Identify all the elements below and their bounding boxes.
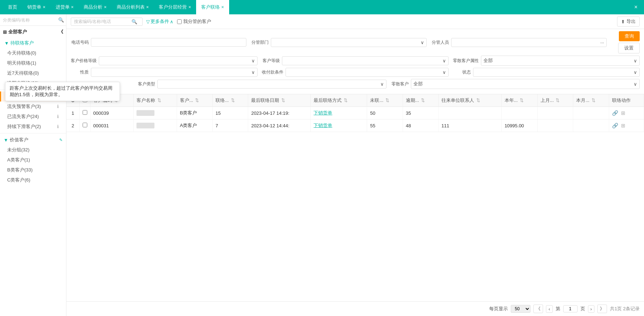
filter-settings-button[interactable]: 设置 (618, 43, 640, 53)
dept-label: 分管部门 (251, 39, 269, 46)
sort-this-year-icon[interactable]: ⇅ (520, 98, 524, 103)
row2-contact-person: 111 (439, 119, 502, 132)
row1-settings: 1 (66, 107, 79, 119)
row2-checkbox[interactable] (79, 119, 90, 132)
nav-item-sales[interactable]: 销货单 × (22, 0, 51, 14)
export-button[interactable]: ⬆ 导出 (617, 16, 640, 27)
total-records-label: 共1页 2条记录 (610, 306, 640, 312)
sidebar-search-input[interactable] (3, 18, 57, 23)
page-input[interactable] (563, 305, 578, 312)
row2-last-method[interactable]: 下销货单 (311, 119, 367, 132)
sidebar-item-7days-pending[interactable]: 近7天待联络(0) (0, 68, 66, 78)
table-header-contact-count: 联络... ⇅ (213, 94, 248, 107)
row2-contact-count: 7 (213, 119, 248, 132)
row2-type: A类客户 (177, 119, 212, 132)
chevron-up-icon: ∧ (170, 19, 173, 24)
sort-last-date-icon[interactable]: ⇅ (281, 98, 285, 103)
customer-level-select[interactable]: ∨ (282, 56, 449, 65)
row1-select-checkbox[interactable] (83, 110, 87, 115)
table-row: 1 000039 B类客户 15 2023-04-17 14:19: (66, 107, 644, 119)
status-select[interactable]: ∨ (473, 68, 640, 77)
sort-last-month-icon[interactable]: ⇅ (556, 98, 560, 103)
row1-last-method[interactable]: 下销货单 (311, 107, 367, 119)
row2-action: 🔗 ⊞ (609, 119, 644, 132)
sort-contact-count-icon[interactable]: ⇅ (231, 98, 235, 103)
main-search-input[interactable] (74, 19, 131, 24)
nav-item-home[interactable]: 首页 (3, 0, 22, 14)
customer-type-select[interactable]: ∨ (157, 80, 386, 89)
last-page-button[interactable]: 》 (597, 305, 607, 313)
sidebar-collapse-icon[interactable]: 《 (59, 29, 63, 35)
sort-contact-person-icon[interactable]: ⇅ (476, 98, 480, 103)
sort-type-icon[interactable]: ⇅ (195, 98, 199, 103)
my-customers-checkbox[interactable] (177, 19, 182, 24)
sort-last-method-icon[interactable]: ⇅ (344, 98, 348, 103)
nav-item-customer-contact[interactable]: 客户联络 × (196, 0, 229, 14)
nav-item-customer-tier[interactable]: 客户分层经营 × (154, 0, 196, 14)
filter-actions: 查询 设置 (611, 31, 640, 53)
nature-select[interactable]: ∨ (91, 68, 258, 77)
field-status: 状态 ∨ (453, 68, 640, 77)
phone-input[interactable] (91, 38, 246, 47)
window-close-button[interactable]: × (631, 4, 641, 10)
row2-last-month (538, 119, 573, 132)
row2-grid-icon[interactable]: ⊞ (621, 123, 625, 128)
row1-overdue: 35 (403, 107, 438, 119)
row2-link-icon[interactable]: 🔗 (612, 123, 618, 128)
sidebar-group-value-customers[interactable]: ▼ 价值客户 ✎ (0, 135, 66, 145)
sidebar-group-pending-contact[interactable]: ▼ 待联络客户 (0, 38, 66, 48)
edit-value-group-icon[interactable]: ✎ (59, 138, 62, 142)
sidebar-search-icon[interactable]: 🔍 (58, 17, 64, 23)
all-customers-header[interactable]: ⊞ 全部客户 《 (0, 26, 66, 38)
row1-link-icon[interactable]: 🔗 (612, 110, 618, 116)
prev-page-button[interactable]: ‹ (546, 305, 552, 313)
payment-select[interactable]: ∨ (286, 68, 449, 77)
next-page-button[interactable]: › (588, 305, 594, 313)
filter-row-4: … 客户类型 ∨ 零散客户 全部 (71, 79, 640, 89)
sidebar-item-churned[interactable]: 已流失客户(24) ℹ (0, 112, 66, 122)
retail-customer-select[interactable]: 全部 ∨ (411, 79, 640, 89)
price-level-select[interactable]: ∨ (99, 56, 258, 65)
field-dept: 分管部门 ∨ (251, 38, 426, 47)
nav-item-purchase[interactable]: 进货单 × (51, 0, 79, 14)
chevron-retail-cust-icon: ∨ (634, 81, 637, 87)
sidebar-item-today-pending[interactable]: 今天待联络(0) (0, 48, 66, 58)
sidebar-item-declining[interactable]: 持续下滑客户(2) ℹ (0, 122, 66, 132)
row1-last-date: 2023-04-17 14:19: (248, 107, 311, 119)
sidebar-item-class-a[interactable]: A类客户(1) (0, 155, 66, 165)
phone-label: 电话号码 (71, 39, 89, 46)
nav-item-product-list[interactable]: 商品分析列表 × (112, 0, 154, 14)
table-header-last-method: 最后联络方式 ⇅ (311, 94, 367, 107)
sidebar-item-churn-warning[interactable]: 流失预警客户(3) ℹ (0, 102, 66, 112)
sort-uncontacted-icon[interactable]: ⇅ (385, 98, 389, 103)
first-page-button[interactable]: 《 (533, 305, 543, 313)
price-level-label: 客户价格等级 (71, 58, 97, 64)
retail-attr-select[interactable]: 全部 ∨ (481, 56, 640, 66)
sidebar-item-unclassified[interactable]: 未分组(32) (0, 145, 66, 155)
main-search-icon[interactable]: 🔍 (131, 19, 137, 24)
row1-code: 000039 (90, 107, 134, 119)
page-size-select[interactable]: 50 20 100 (511, 305, 531, 313)
sort-name-icon[interactable]: ⇅ (157, 98, 161, 103)
table-header-this-month: 本月... ⇅ (573, 94, 609, 107)
row1-contact-person (439, 107, 502, 119)
chevron-retail-icon: ∨ (634, 58, 637, 63)
nav-item-product-analysis[interactable]: 商品分析 × (79, 0, 112, 14)
row1-grid-icon[interactable]: ⊞ (621, 110, 625, 116)
dept-select[interactable]: ∨ (271, 38, 426, 47)
chevron-nature-icon: ∨ (251, 70, 255, 75)
query-button[interactable]: 查询 (619, 31, 640, 41)
sidebar-item-class-b[interactable]: B类客户(33) (0, 165, 66, 175)
sidebar-item-tomorrow-pending[interactable]: 明天待联络(1) (0, 58, 66, 68)
sidebar-item-class-c[interactable]: C类客户(6) (0, 175, 66, 185)
table-area: ⚙ 客户编码 ⇅ 客户名称 ⇅ (66, 94, 644, 301)
row2-select-checkbox[interactable] (83, 123, 87, 127)
manager-select[interactable]: ··· (451, 38, 607, 47)
row1-checkbox[interactable] (79, 107, 90, 119)
sort-overdue-icon[interactable]: ⇅ (421, 98, 425, 103)
sort-this-month-icon[interactable]: ⇅ (592, 98, 596, 103)
chevron-level-icon: ∨ (443, 58, 446, 63)
field-customer-level: 客户等级 ∨ (262, 56, 449, 65)
more-conditions-button[interactable]: ▽ 更多条件 ∧ (146, 18, 173, 25)
table-scroll-wrapper: ⚙ 客户编码 ⇅ 客户名称 ⇅ (66, 94, 644, 316)
